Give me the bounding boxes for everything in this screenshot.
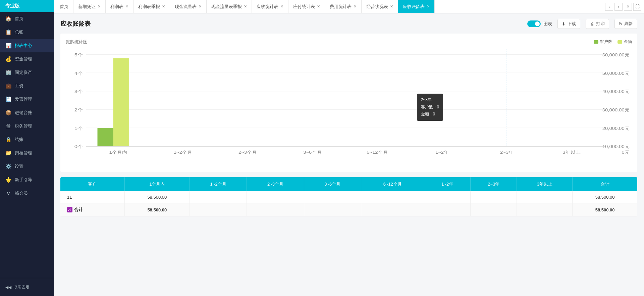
svg-text:40,000.00元: 40,000.00元 (602, 90, 630, 94)
sidebar-item-closing[interactable]: 🔒 结账 (0, 133, 54, 146)
refresh-label: 刷新 (624, 21, 633, 27)
legend-amount-color (618, 40, 622, 44)
sidebar: 专业版 🏠 首页 📋 总账 📊 报表中心 💰 资金管理 🏢 固定资产 💼 工资 … (0, 0, 54, 296)
td-total-m1: 58,500.00 (124, 203, 190, 216)
svg-text:0个: 0个 (74, 144, 83, 149)
sidebar-item-invoice[interactable]: 🧾 发票管理 (0, 93, 54, 106)
bar-customers-1 (98, 128, 113, 146)
sidebar-item-ledger[interactable]: 📋 总账 (0, 26, 54, 39)
svg-text:1~2年: 1~2年 (435, 150, 449, 154)
sidebar-collapse-btn[interactable]: ◀◀ 取消固定 (0, 281, 54, 293)
tab-ar-stat-label: 应收统计表 (257, 4, 278, 10)
chart-container: 5个 4个 3个 2个 1个 0个 60,000.00元 50,000.00元 … (66, 49, 632, 166)
tab-ap-stat[interactable]: 应付统计表 ✕ (288, 0, 325, 13)
tab-cashflow-q[interactable]: 现金流量表季报 ✕ (207, 0, 252, 13)
chart-toggle[interactable] (527, 20, 541, 27)
svg-text:5个: 5个 (74, 52, 83, 57)
reports-icon: 📊 (5, 43, 11, 49)
td-m23 (247, 191, 304, 203)
tab-ar-aging[interactable]: 应收账龄表 ✕ (398, 0, 435, 13)
refresh-button[interactable]: ↻ 刷新 (614, 19, 637, 29)
td-total-m12 (190, 203, 247, 216)
svg-text:2~3个月: 2~3个月 (238, 150, 257, 154)
td-y23 (471, 191, 517, 203)
td-total-y3plus (517, 203, 573, 216)
chart-svg: 5个 4个 3个 2个 1个 0个 60,000.00元 50,000.00元 … (66, 49, 632, 166)
header-actions: 图表 ⬇ 下载 🖨 打印 ↻ 刷新 (527, 19, 637, 29)
tab-profit-q-close[interactable]: ✕ (162, 4, 165, 9)
th-m12: 1~2个月 (190, 177, 247, 191)
print-button[interactable]: 🖨 打印 (586, 19, 609, 29)
tab-biz-status[interactable]: 经营状况表 ✕ (362, 0, 398, 13)
total-label: 合计 (74, 207, 83, 213)
chart-legend: 客户数 金额 (594, 39, 632, 45)
tab-home[interactable]: 首页 (55, 0, 73, 13)
sidebar-item-label: 首页 (15, 16, 23, 22)
sidebar-item-member[interactable]: V 畅会员 (0, 187, 54, 200)
svg-text:2~3年: 2~3年 (500, 150, 514, 154)
th-y3plus: 3年以上 (517, 177, 573, 191)
bar-amount-1 (113, 58, 129, 146)
legend-customer-count-color (594, 40, 598, 44)
fund-icon: 💰 (5, 56, 11, 62)
download-button[interactable]: ⬇ 下载 (557, 19, 580, 29)
svg-text:6~12个月: 6~12个月 (367, 150, 388, 154)
sidebar-bottom: ◀◀ 取消固定 (0, 278, 54, 296)
svg-text:0元: 0元 (622, 150, 630, 154)
tab-ar-aging-label: 应收账龄表 (403, 4, 425, 10)
tab-ar-aging-close[interactable]: ✕ (427, 4, 430, 9)
svg-text:60,000.00元: 60,000.00元 (602, 53, 630, 57)
svg-text:2个: 2个 (74, 107, 83, 112)
tab-ar-stat-close[interactable]: ✕ (280, 4, 283, 9)
print-icon: 🖨 (590, 21, 594, 27)
sidebar-item-salary[interactable]: 💼 工资 (0, 79, 54, 93)
legend-amount: 金额 (618, 39, 632, 45)
assets-icon: 🏢 (5, 69, 11, 76)
download-icon: ⬇ (562, 21, 566, 27)
tab-profit-q[interactable]: 利润表季报 ✕ (133, 0, 170, 13)
table-header-row: 客户 1个月内 1~2个月 2~3个月 3~6个月 6~12个月 1~2年 2~… (60, 177, 637, 191)
legend-customer-count-label: 客户数 (600, 39, 612, 45)
chart-toggle-label: 图表 (543, 21, 552, 27)
td-total-y23 (471, 203, 517, 216)
tab-expense-close[interactable]: ✕ (354, 4, 357, 9)
tab-biz-status-label: 经营状况表 (366, 4, 388, 10)
tab-voucher[interactable]: 新增凭证 ✕ (73, 0, 106, 13)
tab-next-btn[interactable]: › (614, 3, 623, 11)
sidebar-item-label: 发票管理 (15, 96, 32, 102)
app-logo: 专业版 (0, 0, 54, 12)
sidebar-item-assets[interactable]: 🏢 固定资产 (0, 66, 54, 79)
tab-biz-status-close[interactable]: ✕ (390, 4, 393, 9)
td-m612 (361, 191, 424, 203)
tab-close-all-btn[interactable]: ✕ (624, 3, 632, 11)
th-customer: 客户 (60, 177, 124, 191)
sidebar-item-guide[interactable]: 🌟 新手引导 (0, 173, 54, 187)
svg-text:1个月内: 1个月内 (109, 150, 127, 154)
tab-expense[interactable]: 费用统计表 ✕ (325, 0, 362, 13)
svg-text:10,000.00元: 10,000.00元 (602, 145, 630, 149)
sidebar-item-sales[interactable]: 📦 进销台账 (0, 106, 54, 119)
tab-profit-close[interactable]: ✕ (125, 4, 128, 9)
tab-ar-stat[interactable]: 应收统计表 ✕ (252, 0, 288, 13)
sidebar-item-fund[interactable]: 💰 资金管理 (0, 52, 54, 66)
td-total-m36 (304, 203, 361, 216)
sidebar-item-tax[interactable]: 🏛 税务管理 (0, 119, 54, 133)
tab-prev-btn[interactable]: ‹ (605, 3, 613, 11)
tab-cashflow[interactable]: 现金流量表 ✕ (170, 0, 207, 13)
th-y23: 2~3年 (471, 177, 517, 191)
tab-expand-btn[interactable]: ⛶ (633, 3, 641, 11)
th-m36: 3~6个月 (304, 177, 361, 191)
sidebar-item-archive[interactable]: 📁 归档管理 (0, 146, 54, 160)
svg-text:3个: 3个 (74, 89, 83, 94)
content-area: 应收账龄表 图表 ⬇ 下载 🖨 打印 ↻ 刷新 (54, 13, 644, 296)
tab-ap-stat-close[interactable]: ✕ (317, 4, 320, 9)
tab-profit[interactable]: 利润表 ✕ (106, 0, 133, 13)
svg-text:1~2个月: 1~2个月 (174, 150, 193, 154)
sidebar-item-home[interactable]: 🏠 首页 (0, 12, 54, 26)
svg-text:50,000.00元: 50,000.00元 (602, 71, 630, 76)
tab-voucher-close[interactable]: ✕ (98, 4, 101, 9)
tab-cashflow-q-close[interactable]: ✕ (244, 4, 247, 9)
tab-cashflow-close[interactable]: ✕ (199, 4, 202, 9)
sidebar-item-settings[interactable]: ⚙️ 设置 (0, 160, 54, 173)
sidebar-item-reports[interactable]: 📊 报表中心 (0, 39, 54, 52)
